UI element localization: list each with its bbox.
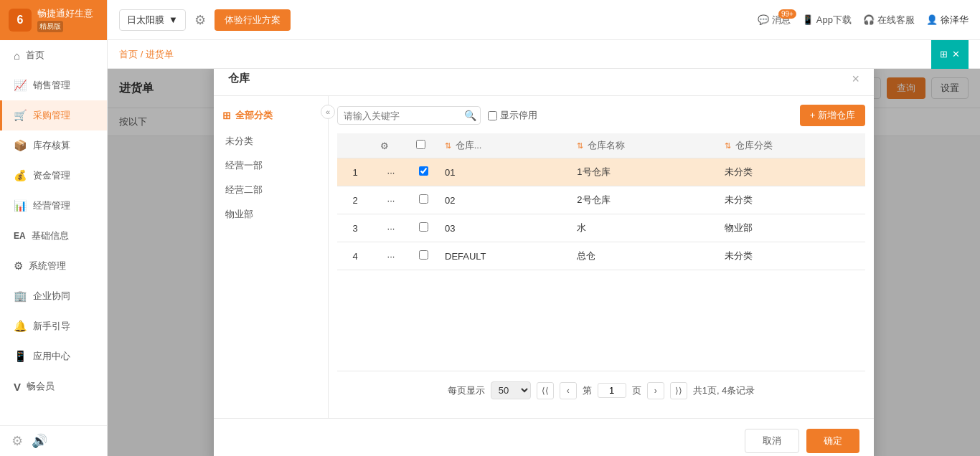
sidebar-item-purchase[interactable]: 🛒 采购管理: [0, 100, 107, 130]
sidebar-logo: 6 畅捷通好生意 精易版: [0, 0, 107, 40]
sidebar-item-inventory[interactable]: 📦 库存核算: [0, 130, 107, 161]
dialog-body: ⊞ 全部分类 « 未分类 经营一部 经营二部 物业部: [214, 96, 874, 418]
row-category: 物业部: [717, 214, 865, 242]
row-settings-icon[interactable]: ···: [373, 158, 409, 186]
settings-icon[interactable]: ⚙: [11, 433, 23, 449]
breadcrumb-home[interactable]: 首页: [119, 49, 138, 60]
service-label: 在线客服: [877, 14, 915, 27]
dialog-title: 仓库: [228, 72, 250, 85]
all-categories-header[interactable]: ⊞ 全部分类: [214, 105, 328, 129]
sidebar-item-label: 基础信息: [32, 229, 69, 242]
page-size-select[interactable]: 50 20 100: [491, 381, 531, 399]
category-item-unclassified[interactable]: 未分类: [214, 129, 328, 153]
row-checkbox[interactable]: [419, 222, 428, 232]
row-checkbox[interactable]: [419, 194, 428, 204]
subbar: 首页 / 进货单 ⊞ ✕: [108, 40, 980, 69]
warehouse-table: ⚙ ⇅ 仓库... ⇅: [337, 133, 865, 270]
sidebar-nav: ⌂ 首页 📈 销售管理 🛒 采购管理 📦 库存核算 💰 资金管理 📊 经营管理 …: [0, 40, 107, 425]
col-header-no: [337, 133, 373, 158]
table-row[interactable]: 1 ··· 01 1号仓库 未分类: [337, 158, 865, 186]
volume-icon[interactable]: 🔊: [32, 433, 47, 449]
page-number-input[interactable]: [598, 383, 626, 398]
row-category: 未分类: [717, 158, 865, 186]
category-panel: ⊞ 全部分类 « 未分类 经营一部 经营二部 物业部: [214, 96, 329, 418]
logo-badge: 精易版: [37, 21, 63, 32]
table-row[interactable]: 2 ··· 02 2号仓库 未分类: [337, 186, 865, 214]
user-profile[interactable]: 👤 徐泽华: [926, 14, 969, 27]
row-settings-icon[interactable]: ···: [373, 214, 409, 242]
table-row[interactable]: 3 ··· 03 水 物业部: [337, 214, 865, 242]
row-settings-icon[interactable]: ···: [373, 186, 409, 214]
row-code: 02: [438, 186, 570, 214]
new-warehouse-button[interactable]: + 新增仓库: [800, 105, 865, 126]
row-checkbox-cell[interactable]: [409, 242, 438, 270]
row-settings-icon[interactable]: ···: [373, 242, 409, 270]
collapse-panel-button[interactable]: «: [321, 105, 335, 119]
category-item-property[interactable]: 物业部: [214, 202, 328, 227]
row-name: 总仓: [570, 242, 717, 270]
sidebar-item-system[interactable]: ⚙ 系统管理: [0, 251, 107, 281]
last-page-button[interactable]: ⟩⟩: [670, 382, 687, 399]
col-header-code: ⇅ 仓库...: [438, 133, 570, 158]
row-checkbox-cell[interactable]: [409, 214, 438, 242]
confirm-button[interactable]: 确定: [806, 429, 859, 453]
sidebar-item-app[interactable]: 📱 应用中心: [0, 341, 107, 371]
sidebar-item-label: 销售管理: [33, 79, 70, 92]
dialog-header: 仓库 ×: [214, 69, 874, 96]
app-download-btn[interactable]: 📱 App下载: [802, 14, 852, 27]
resize-icon[interactable]: ⊞: [940, 49, 948, 60]
dialog-close-button[interactable]: ×: [852, 72, 859, 85]
cancel-button[interactable]: 取消: [745, 429, 799, 453]
sidebar-bottom: ⚙ 🔊: [0, 425, 107, 456]
search-icon: 🔍: [464, 110, 476, 121]
col-header-check: [409, 133, 438, 158]
show-disabled-label[interactable]: 显示停用: [488, 109, 537, 122]
online-service-btn[interactable]: 🎧 在线客服: [863, 14, 915, 27]
topbar: 日太阳膜 ▼ ⚙ 体验行业方案 💬 99+ 消息 📱 App下载 🎧 在线客服 …: [108, 0, 980, 40]
sidebar-item-finance[interactable]: 💰 资金管理: [0, 161, 107, 191]
close-teal-icon[interactable]: ✕: [952, 49, 960, 60]
row-name: 水: [570, 214, 717, 242]
search-input[interactable]: [344, 110, 464, 121]
sales-icon: 📈: [14, 79, 27, 92]
table-row[interactable]: 4 ··· DEFAULT 总仓 未分类: [337, 242, 865, 270]
search-box[interactable]: 🔍: [337, 106, 481, 125]
sidebar-item-basic[interactable]: EA 基础信息: [0, 221, 107, 251]
next-page-button[interactable]: ›: [647, 382, 664, 399]
show-disabled-checkbox[interactable]: [488, 111, 497, 120]
sidebar-item-guide[interactable]: 🔔 新手引导: [0, 311, 107, 341]
first-page-button[interactable]: ⟨⟨: [537, 382, 554, 399]
col-header-settings: ⚙: [373, 133, 409, 158]
sidebar-item-vip[interactable]: V 畅会员: [0, 371, 107, 402]
sort-icon-category: ⇅: [725, 141, 731, 150]
total-info: 共1页, 4条记录: [693, 384, 755, 397]
category-item-dept2[interactable]: 经营二部: [214, 178, 328, 202]
row-number: 3: [337, 214, 373, 242]
sidebar-item-operation[interactable]: 📊 经营管理: [0, 191, 107, 221]
row-checkbox-cell[interactable]: [409, 186, 438, 214]
row-checkbox-cell[interactable]: [409, 158, 438, 186]
row-number: 2: [337, 186, 373, 214]
select-all-checkbox[interactable]: [416, 140, 425, 149]
store-selector[interactable]: 日太阳膜 ▼: [119, 9, 186, 31]
sidebar-item-home[interactable]: ⌂ 首页: [0, 40, 107, 70]
row-checkbox[interactable]: [419, 250, 428, 260]
settings-button[interactable]: ⚙: [194, 12, 206, 28]
chevron-down-icon: ▼: [169, 14, 178, 25]
topbar-right: 💬 99+ 消息 📱 App下载 🎧 在线客服 👤 徐泽华: [758, 14, 969, 27]
category-item-dept1[interactable]: 经营一部: [214, 153, 328, 178]
operation-icon: 📊: [14, 199, 27, 212]
notification-badge[interactable]: 💬 99+ 消息: [758, 14, 791, 27]
trial-button[interactable]: 体验行业方案: [215, 9, 291, 31]
sidebar-item-label: 新手引导: [33, 320, 70, 333]
row-code: 01: [438, 158, 570, 186]
sidebar-item-corp[interactable]: 🏢 企业协同: [0, 281, 107, 311]
sidebar-item-label: 应用中心: [33, 350, 70, 363]
sidebar-item-label: 资金管理: [33, 169, 70, 182]
row-code: DEFAULT: [438, 242, 570, 270]
row-checkbox[interactable]: [419, 166, 428, 176]
app-icon: 📱: [14, 350, 27, 363]
prev-page-button[interactable]: ‹: [560, 382, 577, 399]
logo-icon: 6: [9, 9, 32, 32]
sidebar-item-sales[interactable]: 📈 销售管理: [0, 70, 107, 100]
